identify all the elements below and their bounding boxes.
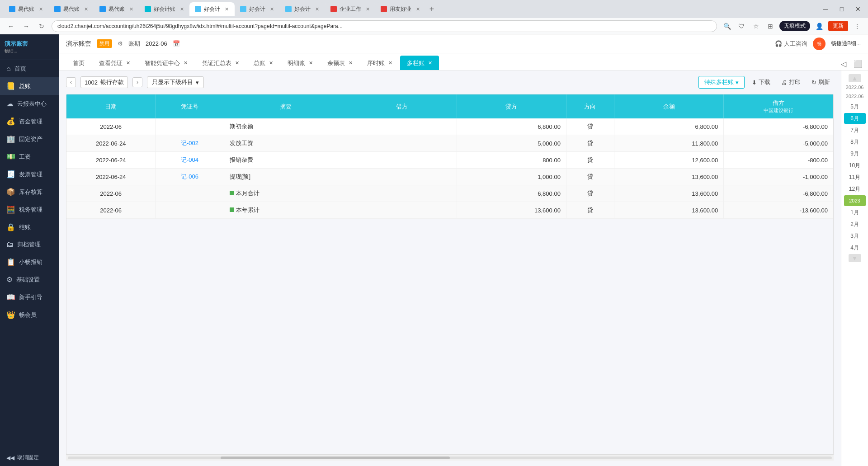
consult-button[interactable]: 🎧 人工咨询 xyxy=(775,40,807,48)
month-5[interactable]: 5月 xyxy=(844,101,866,112)
horizontal-scrollbar[interactable] xyxy=(66,454,834,461)
tab-multi-column-close[interactable]: ✕ xyxy=(428,60,432,66)
close-button[interactable]: ✕ xyxy=(852,3,864,15)
maximize-button[interactable]: □ xyxy=(835,3,848,15)
tab-close-4[interactable]: ✕ xyxy=(180,6,184,12)
scroll-down-button[interactable]: ▼ xyxy=(849,254,861,262)
tab-detail-ledger-close[interactable]: ✕ xyxy=(309,60,313,66)
browser-tab-9[interactable]: 用友好业 ✕ xyxy=(375,2,425,16)
tab-close-5[interactable]: ✕ xyxy=(225,6,229,12)
browser-tab-7[interactable]: 好会计 ✕ xyxy=(280,2,325,16)
tab-multi-column[interactable]: 多栏账 ✕ xyxy=(400,56,439,70)
tab-close-1[interactable]: ✕ xyxy=(39,6,43,12)
refresh-btn[interactable]: ↻ 刷新 xyxy=(808,76,834,88)
tab-close-2[interactable]: ✕ xyxy=(84,6,88,12)
next-subject-button[interactable]: › xyxy=(132,77,142,87)
minimize-button[interactable]: ─ xyxy=(819,3,832,15)
month-8[interactable]: 8月 xyxy=(844,137,866,147)
tab-voucher-summary-close[interactable]: ✕ xyxy=(235,60,239,66)
menu-icon[interactable]: ⋮ xyxy=(852,21,863,32)
download-button[interactable]: ⬇ 下载 xyxy=(748,76,774,88)
calendar-icon[interactable]: 📅 xyxy=(173,40,180,47)
tab-close-3[interactable]: ✕ xyxy=(129,6,133,12)
sidebar-item-payroll[interactable]: 💵 工资 xyxy=(0,148,59,165)
tab-smart-voucher-close[interactable]: ✕ xyxy=(184,60,188,66)
tab-close-8[interactable]: ✕ xyxy=(366,6,370,12)
tab-home[interactable]: 首页 xyxy=(66,56,91,70)
prev-subject-button[interactable]: ‹ xyxy=(66,77,76,87)
month-2023-3[interactable]: 3月 xyxy=(844,231,866,241)
sidebar-item-fixed-assets[interactable]: 🏢 固定资产 xyxy=(0,130,59,148)
browser-tab-6[interactable]: 好会计 ✕ xyxy=(235,2,280,16)
sidebar-item-guide[interactable]: 📖 新手引导 xyxy=(0,288,59,306)
scroll-thumb[interactable] xyxy=(221,457,450,459)
sidebar-item-archive[interactable]: 🗂 归档管理 xyxy=(0,236,59,253)
tab-general-ledger-close[interactable]: ✕ xyxy=(269,60,273,66)
refresh-button[interactable]: ↻ xyxy=(36,21,47,32)
voucher-link[interactable]: 记-002 xyxy=(181,140,198,146)
browser-tab-4[interactable]: 好会计账 ✕ xyxy=(139,2,189,16)
month-9[interactable]: 9月 xyxy=(844,148,866,159)
browser-tab-5[interactable]: 好会计 ✕ xyxy=(189,2,235,16)
back-button[interactable]: ← xyxy=(5,21,16,32)
tab-balance[interactable]: 余额表 ✕ xyxy=(321,56,359,70)
sidebar-item-inventory[interactable]: 📦 库存核算 xyxy=(0,183,59,201)
sidebar-item-ledger[interactable]: 📒 总账 xyxy=(0,77,59,95)
sidebar-item-expense[interactable]: 📋 小畅报销 xyxy=(0,253,59,271)
voucher-link[interactable]: 记-006 xyxy=(181,173,198,180)
subject-selector[interactable]: 1002 银行存款 xyxy=(80,76,128,88)
month-11[interactable]: 11月 xyxy=(844,172,866,183)
star-icon[interactable]: ☆ xyxy=(750,21,761,32)
tab-expand-button[interactable]: ⬜ xyxy=(852,57,864,70)
sidebar-item-invoice[interactable]: 🧾 发票管理 xyxy=(0,165,59,183)
tab-voucher-summary[interactable]: 凭证汇总表 ✕ xyxy=(195,56,246,70)
sidebar-item-vip[interactable]: 👑 畅会员 xyxy=(0,306,59,324)
sidebar-item-settings[interactable]: ⚙ 基础设置 xyxy=(0,271,59,288)
month-6[interactable]: 6月 xyxy=(844,113,866,124)
sidebar-item-cloud-report[interactable]: ☁ 云报表中心 xyxy=(0,95,59,113)
voucher-link[interactable]: 记-004 xyxy=(181,156,198,163)
settings-icon-topbar[interactable]: ⚙ xyxy=(118,40,123,47)
tab-voucher-view-close[interactable]: ✕ xyxy=(126,60,130,66)
user-profile-icon[interactable]: 👤 xyxy=(814,21,825,32)
url-input[interactable]: cloud2.chanjet.com/accounting/uh26t264j5… xyxy=(52,20,717,32)
month-2023-4[interactable]: 4月 xyxy=(844,242,866,253)
sidebar-pin-button[interactable]: ◀◀ 取消固定 xyxy=(0,449,59,466)
update-button[interactable]: 更新 xyxy=(828,21,848,31)
extension-icon[interactable]: ⊞ xyxy=(765,21,776,32)
sidebar-item-tax[interactable]: 🧮 税务管理 xyxy=(0,201,59,218)
shield-icon[interactable]: 🛡 xyxy=(736,21,747,32)
sidebar-item-home[interactable]: ⌂ 首页 xyxy=(0,60,59,77)
print-button[interactable]: 🖨 打印 xyxy=(778,76,804,88)
filter-selector[interactable]: 只显示下级科目 ▾ xyxy=(147,76,204,88)
tab-detail-ledger[interactable]: 明细账 ✕ xyxy=(281,56,320,70)
sidebar-item-closing[interactable]: 🔒 结账 xyxy=(0,218,59,236)
month-2023-1[interactable]: 1月 xyxy=(844,207,866,218)
month-7[interactable]: 7月 xyxy=(844,125,866,136)
wuhen-mode-button[interactable]: 无痕模式 xyxy=(779,21,810,31)
tab-collapse-button[interactable]: ◁ xyxy=(837,57,850,70)
month-12[interactable]: 12月 xyxy=(844,184,866,194)
search-icon[interactable]: 🔍 xyxy=(722,21,732,32)
tab-sequence-ledger-close[interactable]: ✕ xyxy=(388,60,392,66)
browser-tab-3[interactable]: 易代账 ✕ xyxy=(94,2,139,16)
browser-tab-8[interactable]: 企业工作 ✕ xyxy=(325,2,375,16)
tab-close-9[interactable]: ✕ xyxy=(416,6,420,12)
forward-button[interactable]: → xyxy=(21,21,32,32)
tab-general-ledger[interactable]: 总账 ✕ xyxy=(247,56,280,70)
tab-sequence-ledger[interactable]: 序时账 ✕ xyxy=(360,56,399,70)
tab-close-6[interactable]: ✕ xyxy=(270,6,274,12)
special-multicolumn-button[interactable]: 特殊多栏账 ▾ xyxy=(698,76,745,89)
tab-balance-close[interactable]: ✕ xyxy=(349,60,353,66)
month-2023-2[interactable]: 2月 xyxy=(844,219,866,230)
browser-tab-2[interactable]: 易代账 ✕ xyxy=(49,2,94,16)
ledger-toolbar: ‹ 1002 银行存款 › 只显示下级科目 ▾ 特殊多栏账 ▾ xyxy=(66,76,834,89)
browser-tab-1[interactable]: 易代账 ✕ xyxy=(4,2,49,16)
sidebar-item-fund[interactable]: 💰 资金管理 xyxy=(0,113,59,130)
tab-smart-voucher[interactable]: 智能凭证中心 ✕ xyxy=(138,56,194,70)
new-tab-button[interactable]: + xyxy=(425,3,438,15)
scroll-up-button[interactable]: ▲ xyxy=(849,74,861,82)
tab-close-7[interactable]: ✕ xyxy=(315,6,319,12)
month-10[interactable]: 10月 xyxy=(844,160,866,171)
tab-voucher-view[interactable]: 查看凭证 ✕ xyxy=(92,56,137,70)
